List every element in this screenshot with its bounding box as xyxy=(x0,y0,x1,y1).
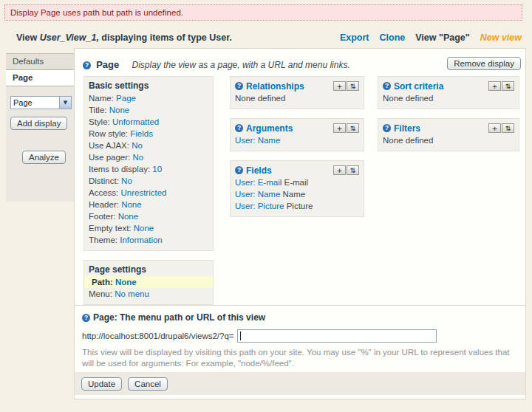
setting-value-link[interactable]: Page xyxy=(116,94,136,103)
setting-row-footer: Footer: None xyxy=(89,210,208,222)
sort-criteria-empty: None defined xyxy=(383,92,514,104)
path-field-row: http://localhost:8001/drupal6/views2/?q= xyxy=(82,329,437,343)
tab-page-label: Page xyxy=(13,73,33,82)
field-link[interactable]: User: E-mail xyxy=(235,178,282,187)
field-admin-label: Picture xyxy=(284,202,313,210)
setting-value-link[interactable]: None xyxy=(121,200,142,209)
view-title-suffix: displaying items of type User. xyxy=(99,32,232,43)
basic-settings-title: Basic settings xyxy=(89,80,208,92)
add-icon[interactable]: + xyxy=(488,123,501,133)
field-row: User: Picture Picture xyxy=(235,200,359,212)
help-icon[interactable]: ? xyxy=(235,82,243,90)
setting-row-distinct: Distinct: No xyxy=(89,175,208,187)
setting-row-style: Style: Unformatted xyxy=(89,116,208,128)
rearrange-icon[interactable]: ⇅ xyxy=(347,81,359,91)
field-link[interactable]: User: Name xyxy=(235,190,280,199)
arguments-buttons: + ⇅ xyxy=(333,123,359,133)
setting-value-link[interactable]: None xyxy=(118,212,139,221)
cancel-button[interactable]: Cancel xyxy=(128,377,168,391)
setting-value-link[interactable]: Unformatted xyxy=(112,117,159,126)
new-view-link[interactable]: New view xyxy=(480,32,522,43)
help-icon[interactable]: ? xyxy=(82,314,90,322)
field-row: User: E-mail E-mail xyxy=(235,176,359,188)
relationships-title-link[interactable]: Relationships xyxy=(246,81,304,92)
setting-value-link[interactable]: No xyxy=(132,141,143,150)
path-input[interactable] xyxy=(237,329,437,343)
setting-label: Access: xyxy=(89,188,118,197)
setting-value-link[interactable]: No xyxy=(132,153,143,162)
page-settings-title: Page settings xyxy=(89,264,208,276)
filters-head: ? Filters + ⇅ xyxy=(383,122,514,134)
display-title: Page xyxy=(96,59,119,70)
setting-label: Name: xyxy=(89,94,114,103)
tab-defaults[interactable]: Defaults xyxy=(6,54,74,70)
display-description: Display the view as a page, with a URL a… xyxy=(132,60,349,70)
sidebar-body: Page ▼ Add display Analyze xyxy=(6,86,74,164)
setting-label: Title: xyxy=(89,106,107,114)
fields-buttons: + ⇅ xyxy=(333,165,359,175)
setting-row-empty-text: Empty text: None xyxy=(89,222,208,234)
setting-value-link[interactable]: Information xyxy=(120,236,163,244)
display-type-select[interactable]: Page ▼ xyxy=(10,96,72,109)
rearrange-icon[interactable]: ⇅ xyxy=(347,165,359,175)
setting-value-link[interactable]: 10 xyxy=(152,165,162,174)
view-title-prefix: View xyxy=(16,32,40,43)
help-icon[interactable]: ? xyxy=(235,166,243,174)
setting-row-row-style: Row style: Fields xyxy=(89,128,208,140)
field-link[interactable]: User: Picture xyxy=(235,202,284,210)
add-display-button[interactable]: Add display xyxy=(10,117,67,130)
clone-link[interactable]: Clone xyxy=(380,32,406,43)
help-icon[interactable]: ? xyxy=(83,61,91,69)
fields-title-link[interactable]: Fields xyxy=(246,165,272,176)
setting-label: Header: xyxy=(89,200,119,209)
form-title: Page: The menu path or URL of this view xyxy=(93,312,265,323)
setting-label: Distinct: xyxy=(89,176,119,185)
rearrange-icon[interactable]: ⇅ xyxy=(347,123,359,133)
path-label: Path: xyxy=(92,278,113,286)
export-link[interactable]: Export xyxy=(340,32,369,43)
setting-value-link[interactable]: Unrestricted xyxy=(120,188,166,197)
path-value-link[interactable]: None xyxy=(115,278,137,286)
setting-value-link[interactable]: No xyxy=(121,176,132,185)
view-actions: Export Clone View "Page" New view xyxy=(340,32,522,43)
chevron-down-icon[interactable]: ▼ xyxy=(59,97,71,109)
view-page-link[interactable]: View "Page" xyxy=(415,32,469,43)
menu-setting-row: Menu: No menu xyxy=(89,288,208,300)
fields-panel: ? Fields + ⇅ User: E-mail E-mail User: N… xyxy=(230,160,364,217)
display-settings-panel: ? Page Display the view as a page, with … xyxy=(74,48,526,399)
setting-value-link[interactable]: None xyxy=(134,224,154,233)
setting-value-link[interactable]: Fields xyxy=(130,129,153,138)
display-sidebar: Defaults Page Page ▼ Add display Analyze xyxy=(6,53,74,202)
arguments-title-link[interactable]: Arguments xyxy=(246,123,293,134)
setting-value-link[interactable]: None xyxy=(109,106,130,114)
page-settings-panel: Page settings Path: None Menu: No menu xyxy=(83,260,214,305)
sort-criteria-title-link[interactable]: Sort criteria xyxy=(394,81,443,92)
add-icon[interactable]: + xyxy=(333,81,346,91)
setting-label: Items to display: xyxy=(89,165,150,174)
remove-display-button[interactable]: Remove display xyxy=(447,57,521,70)
tab-page[interactable]: Page xyxy=(6,70,74,86)
menu-value-link[interactable]: No menu xyxy=(115,289,149,298)
add-icon[interactable]: + xyxy=(488,81,501,91)
field-admin-label: Name xyxy=(280,190,305,199)
setting-label: Theme: xyxy=(89,236,117,244)
argument-link[interactable]: User: Name xyxy=(235,136,280,145)
tab-defaults-label: Defaults xyxy=(13,57,44,66)
rearrange-icon[interactable]: ⇅ xyxy=(502,81,514,91)
help-icon[interactable]: ? xyxy=(235,124,243,132)
setting-label: Row style: xyxy=(89,129,128,138)
column-basic-settings: Basic settings Name: Page Title: None St… xyxy=(83,76,214,314)
analyze-button[interactable]: Analyze xyxy=(22,151,66,164)
update-button[interactable]: Update xyxy=(81,377,122,391)
relationships-panel: ? Relationships + ⇅ None defined xyxy=(230,76,364,109)
add-icon[interactable]: + xyxy=(333,123,346,133)
help-icon[interactable]: ? xyxy=(383,124,391,132)
help-icon[interactable]: ? xyxy=(383,82,391,90)
view-title: View User_View_1, displaying items of ty… xyxy=(16,32,232,43)
setting-row-title: Title: None xyxy=(89,104,208,116)
setting-row-header: Header: None xyxy=(89,199,208,210)
filters-title-link[interactable]: Filters xyxy=(394,123,420,134)
setting-row-name: Name: Page xyxy=(89,92,208,104)
add-icon[interactable]: + xyxy=(333,165,346,175)
rearrange-icon[interactable]: ⇅ xyxy=(502,123,514,133)
